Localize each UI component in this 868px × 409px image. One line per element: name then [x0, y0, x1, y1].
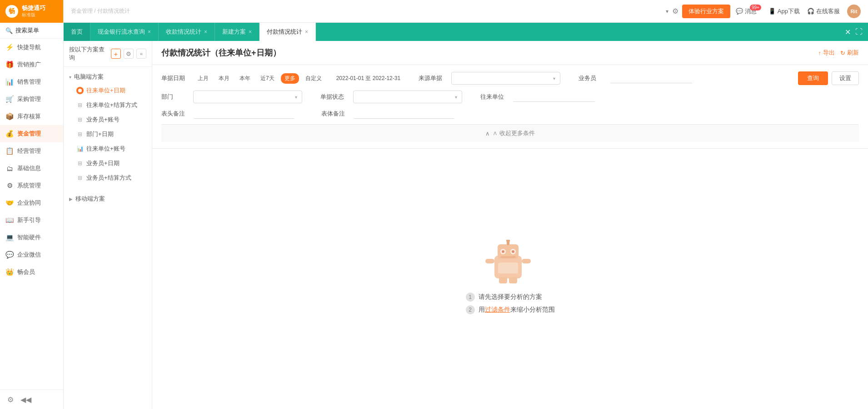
page-title: 付款情况统计（往来单位+日期）: [161, 47, 281, 58]
app-download-btn[interactable]: 📱 App下载: [768, 7, 800, 15]
date-btn-more[interactable]: 更多: [281, 73, 299, 84]
scheme-item-staff-settlement[interactable]: ⊞ 业务员+结算方式: [64, 171, 152, 185]
tabbar: 首页 现金银行流水查询 × 收款情况统计 × 新建方案 × 付款情况统计 × ✕…: [64, 23, 868, 41]
settings-btn[interactable]: 设置: [832, 71, 859, 85]
query-btn[interactable]: 查询: [798, 71, 828, 85]
doc-status-label: 单据状态: [320, 93, 344, 101]
footer-settings-btn[interactable]: ⚙: [5, 394, 15, 404]
tab-home[interactable]: 首页: [64, 23, 90, 41]
scheme-settings-btn[interactable]: ⚙: [124, 49, 134, 59]
empty-tips: 1 请先选择要分析的方案 2 用过滤条件来缩小分析范围: [466, 293, 555, 318]
topbar-gear-icon[interactable]: ⚙: [672, 7, 678, 15]
tab-fullscreen-btn[interactable]: ⛶: [855, 28, 863, 36]
sidebar-item-basic[interactable]: 🗂 基础信息: [0, 160, 63, 177]
highlight-text: 过滤条件: [485, 306, 510, 313]
sidebar-item-marketing[interactable]: 🎁 营销推广: [0, 56, 63, 73]
date-btn-this-month[interactable]: 本月: [215, 73, 233, 84]
collapse-filter-btn[interactable]: ∧ ∧ 收起更多条件: [161, 124, 859, 142]
date-btn-last7[interactable]: 近7天: [257, 73, 278, 84]
sidebar-item-hardware[interactable]: 💻 智能硬件: [0, 229, 63, 246]
trial-btn[interactable]: 体验行业方案: [682, 5, 730, 18]
topbar-right: 💬 消息 99+ 📱 App下载 🎧 在线客服 Rit: [736, 5, 861, 18]
filter-actions: 查询 设置: [798, 71, 859, 85]
left-panel-header: 按以下方案查询 + ⚙ «: [64, 41, 152, 67]
marketing-icon: 🎁: [5, 61, 14, 69]
topbar-center: ▾ ⚙ 体验行业方案: [666, 5, 730, 18]
sidebar-item-member[interactable]: 👑 畅会员: [0, 263, 63, 281]
doc-status-select[interactable]: ▾: [353, 91, 462, 103]
sidebar-item-system[interactable]: ⚙ 系统管理: [0, 177, 63, 194]
quick-nav-icon: ⚡: [5, 43, 14, 51]
tab-new-scheme-close[interactable]: ×: [249, 29, 252, 35]
dept-label: 部门: [161, 93, 184, 101]
message-btn[interactable]: 💬 消息 99+: [736, 7, 757, 15]
cooperation-icon: 🤝: [5, 199, 14, 207]
tab-cash-flow[interactable]: 现金银行流水查询 ×: [90, 23, 159, 41]
desktop-group-header[interactable]: ▾ 电脑端方案: [64, 71, 152, 83]
user-avatar[interactable]: Rit: [847, 5, 861, 18]
sidebar-item-sales[interactable]: 📊 销售管理: [0, 73, 63, 91]
header-note-input[interactable]: [194, 109, 294, 119]
tab-payment-stats-close[interactable]: ×: [305, 29, 308, 35]
source-select[interactable]: ▾: [451, 72, 560, 85]
date-btn-this-year[interactable]: 本年: [236, 73, 254, 84]
breadcrumb-dropdown-icon[interactable]: ▾: [666, 8, 668, 15]
left-panel: 按以下方案查询 + ⚙ « ▾ 电脑端方案 往来单位+日期: [64, 41, 152, 409]
collapse-up-icon: ∧: [485, 130, 490, 137]
search-menu[interactable]: 🔍 搜索菜单: [0, 23, 63, 39]
collapse-inner[interactable]: ∧ ∧ 收起更多条件: [485, 129, 535, 137]
sidebar-item-cooperation[interactable]: 🤝 企业协同: [0, 194, 63, 212]
date-range-text: 2022-01-01 至 2022-12-31: [336, 75, 400, 82]
tab-payment-stats[interactable]: 付款情况统计 ×: [259, 23, 316, 41]
sidebar-item-wechat[interactable]: 💬 企业微信: [0, 246, 63, 263]
header-note-label: 表头备注: [161, 110, 185, 118]
refresh-btn[interactable]: ↻ 刷新: [840, 49, 859, 57]
sidebar-item-operation[interactable]: 📋 经营管理: [0, 142, 63, 160]
scheme-item-staff-date[interactable]: ⊞ 业务员+日期: [64, 156, 152, 171]
scheme-item-staff-account[interactable]: ⊞ 业务员+账号: [64, 112, 152, 127]
hardware-icon: 💻: [5, 233, 14, 242]
body-note-input[interactable]: [354, 109, 454, 119]
tip2-num: 2: [466, 305, 475, 314]
add-scheme-btn[interactable]: +: [111, 49, 121, 59]
mobile-scheme-group: ▶ 移动端方案: [64, 189, 152, 209]
scheme-item-unit-settlement[interactable]: ⊞ 往来单位+结算方式: [64, 98, 152, 112]
sidebar-item-quick-nav[interactable]: ⚡ 快捷导航: [0, 39, 63, 56]
tab-close-all-btn[interactable]: ✕: [845, 28, 851, 36]
left-panel-collapse-btn[interactable]: «: [136, 49, 146, 59]
tab-new-scheme[interactable]: 新建方案 ×: [215, 23, 259, 41]
dept-select[interactable]: ▾: [193, 91, 302, 103]
scheme-item-dept-date[interactable]: ⊞ 部门+日期: [64, 127, 152, 141]
scheme-table-icon4: ⊞: [76, 160, 84, 167]
staff-input[interactable]: [610, 73, 692, 83]
capital-icon: 💰: [5, 130, 14, 138]
sidebar-item-capital[interactable]: 💰 资金管理: [0, 125, 63, 142]
date-btn-last-month[interactable]: 上月: [194, 73, 212, 84]
mobile-group-header[interactable]: ▶ 移动端方案: [64, 192, 152, 205]
svg-point-7: [512, 250, 514, 253]
sales-icon: 📊: [5, 78, 14, 86]
tip1-num: 1: [466, 293, 475, 302]
tab-receipt-stats[interactable]: 收款情况统计 ×: [159, 23, 215, 41]
scheme-item-unit-account[interactable]: 📊 往来单位+账号: [64, 141, 152, 156]
export-btn[interactable]: ↑ 导出: [818, 49, 835, 57]
footer-collapse-btn[interactable]: ◀◀: [21, 394, 31, 404]
partner-input[interactable]: [513, 92, 595, 102]
doc-status-value: [358, 93, 364, 101]
date-range-wrapper: 2022-01-01 至 2022-12-31: [334, 75, 400, 82]
logo-text: 畅捷通巧 标准版: [22, 5, 45, 18]
tab-cash-flow-close[interactable]: ×: [148, 29, 151, 35]
tab-receipt-stats-close[interactable]: ×: [204, 29, 207, 35]
topbar: 资金管理 / 付款情况统计 ▾ ⚙ 体验行业方案 💬 消息 99+ 📱 App下…: [64, 0, 868, 23]
date-btn-custom[interactable]: 自定义: [302, 73, 325, 84]
sidebar-item-inventory[interactable]: 📦 库存核算: [0, 108, 63, 125]
online-service-btn[interactable]: 🎧 在线客服: [807, 7, 840, 15]
dept-select-value: [198, 93, 204, 101]
left-panel-actions: + ⚙ «: [111, 49, 146, 59]
sidebar-item-purchase[interactable]: 🛒 采购管理: [0, 91, 63, 108]
scheme-item-unit-date[interactable]: 往来单位+日期: [64, 83, 152, 98]
sidebar-item-guide[interactable]: 📖 新手引导: [0, 212, 63, 229]
svg-rect-13: [498, 263, 518, 273]
operation-icon: 📋: [5, 147, 14, 155]
member-icon: 👑: [5, 268, 14, 276]
